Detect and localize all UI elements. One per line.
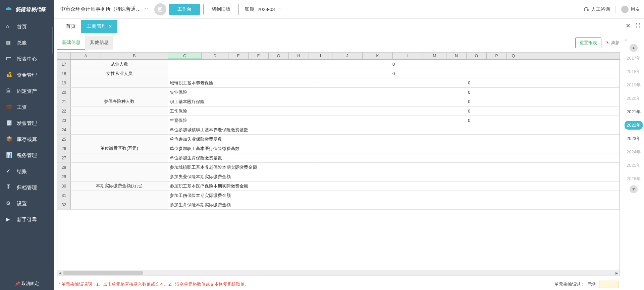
cell-value[interactable] <box>319 191 620 200</box>
cell-description[interactable]: 参加城镇职工基本养老保险本期实际缴费金额 <box>168 163 319 172</box>
cell-description[interactable]: 失业保险 <box>168 88 319 97</box>
row-category[interactable] <box>71 191 168 200</box>
grid-body[interactable]: 17从业人数018女性从业人员019城镇职工基本养老保险020失业保险021参保… <box>57 60 620 270</box>
row-header[interactable]: 20 <box>57 88 71 97</box>
row-category[interactable]: 本期实际缴费金额(万元) <box>71 182 168 191</box>
cell-value[interactable]: 0 <box>319 97 620 106</box>
cell-value[interactable] <box>319 153 620 162</box>
row-header[interactable]: 22 <box>57 106 71 116</box>
support-link[interactable]: 人工咨询 <box>583 6 610 12</box>
row-header[interactable]: 21 <box>57 97 71 106</box>
cell-value[interactable] <box>319 125 620 134</box>
row-header[interactable]: 26 <box>57 144 71 153</box>
cell-value[interactable] <box>319 182 620 191</box>
row-header[interactable]: 28 <box>57 163 71 172</box>
refresh-button[interactable]: ↻ 刷新 <box>606 40 620 46</box>
sidebar-item-1[interactable]: ▦总账 <box>0 35 54 51</box>
row-header[interactable]: 31 <box>57 191 71 200</box>
row-category[interactable] <box>71 78 168 87</box>
row-category[interactable]: 女性从业人员 <box>71 69 168 78</box>
year-option[interactable]: 2017年 <box>625 54 643 63</box>
sidebar-item-11[interactable]: ⚙设置 <box>0 196 54 212</box>
cell-value[interactable]: 0 <box>168 69 620 78</box>
row-category[interactable] <box>71 106 168 116</box>
year-option[interactable]: 2020年 <box>625 94 643 103</box>
year-option[interactable]: 2026年 <box>625 174 643 183</box>
cell-description[interactable]: 工伤保险 <box>168 106 319 116</box>
fullscreen-button[interactable] <box>635 23 641 29</box>
sidebar-item-7[interactable]: 📦库存核算 <box>0 131 54 147</box>
row-category[interactable] <box>71 116 168 125</box>
year-option[interactable]: 2024年 <box>625 148 643 156</box>
row-category[interactable] <box>71 125 168 134</box>
col-header-I[interactable]: I <box>309 53 332 59</box>
col-header-M[interactable]: M <box>423 53 446 59</box>
year-option[interactable]: 2022年 <box>625 121 643 130</box>
cell-description[interactable]: 参加职工基本医疗保险本期实际缴费金额 <box>168 182 319 191</box>
scroll-left-arrow[interactable]: ◄ <box>57 270 63 276</box>
scroll-right-arrow[interactable]: ► <box>614 270 620 276</box>
cell-description[interactable]: 单位参加生育保险缴费基数 <box>168 153 319 162</box>
row-category[interactable] <box>71 88 168 97</box>
sub-tab-0[interactable]: 基础信息 <box>57 36 85 50</box>
sidebar-item-3[interactable]: 💰资金管理 <box>0 67 54 83</box>
cell-description[interactable]: 单位参加职工基本医疗保险缴费基数 <box>168 144 319 153</box>
row-header[interactable]: 29 <box>57 172 71 181</box>
sidebar-item-9[interactable]: ✔结账 <box>0 163 54 179</box>
old-version-button[interactable]: 切到旧版 <box>203 4 239 15</box>
cell-value[interactable] <box>319 172 620 181</box>
col-header-K[interactable]: K <box>363 53 393 59</box>
row-category[interactable] <box>71 200 168 209</box>
row-header[interactable]: 19 <box>57 78 71 87</box>
row-header[interactable]: 25 <box>57 135 71 144</box>
close-all-tabs-button[interactable]: ✕ <box>626 22 631 29</box>
sidebar-item-5[interactable]: 💼工资 <box>0 99 54 115</box>
user-menu[interactable]: 用友 <box>621 6 640 13</box>
cell-description[interactable]: 单位参加城镇职工基本养老保险缴费基数 <box>168 125 319 134</box>
col-header-B[interactable]: B <box>101 53 168 59</box>
cell-description[interactable]: 职工基本医疗保险 <box>168 97 319 106</box>
cell-description[interactable]: 参加工伤保险本期实际缴费金额 <box>168 191 319 200</box>
col-header-P[interactable]: P <box>487 53 507 59</box>
cell-description[interactable]: 生育保险 <box>168 116 319 125</box>
col-header-E[interactable]: E <box>228 53 249 59</box>
cell-value[interactable] <box>319 163 620 172</box>
col-header-O[interactable]: O <box>467 53 487 59</box>
sidebar-item-0[interactable]: ⌂首页 <box>0 19 54 35</box>
reset-report-button[interactable]: 重置报表 <box>575 38 601 48</box>
year-option[interactable]: 2019年 <box>625 81 643 89</box>
cell-value[interactable]: 0 <box>319 78 620 87</box>
page-tab-0[interactable]: 首页 <box>60 20 81 33</box>
row-category[interactable]: 参保各险种人数 <box>71 97 168 106</box>
row-header[interactable]: 23 <box>57 116 71 125</box>
row-header[interactable]: 27 <box>57 153 71 162</box>
year-option[interactable]: 2025年 <box>625 161 643 170</box>
year-option[interactable]: 2018年 <box>625 67 643 76</box>
sidebar-item-4[interactable]: 🏛固定资产 <box>0 83 54 99</box>
year-up-arrow[interactable]: ▲ <box>630 44 638 52</box>
cell-description[interactable]: 单位参加失业保险缴费基数 <box>168 135 319 144</box>
sidebar-item-10[interactable]: 🗄归档管理 <box>0 179 54 196</box>
col-header-N[interactable]: N <box>446 53 467 59</box>
cell-value[interactable] <box>319 144 620 153</box>
row-category[interactable]: 单位缴费基数(万元) <box>71 144 168 153</box>
sidebar-item-6[interactable]: 🧾发票管理 <box>0 115 54 131</box>
cell-value[interactable]: 0 <box>319 116 620 125</box>
cell-description[interactable]: 参加生育保险本期实际缴费金额 <box>168 200 319 209</box>
cell-value[interactable]: 0 <box>319 106 620 116</box>
col-header-A[interactable]: A <box>71 53 101 59</box>
row-category[interactable] <box>71 163 168 172</box>
row-category[interactable] <box>71 172 168 181</box>
year-collapse-icon[interactable]: « <box>625 37 627 42</box>
col-header-L[interactable]: L <box>393 53 423 59</box>
workbench-button[interactable]: 工作台 <box>169 4 200 15</box>
col-header-F[interactable]: F <box>249 53 269 59</box>
row-category[interactable] <box>71 135 168 144</box>
col-header-J[interactable]: J <box>332 53 363 59</box>
sub-tab-1[interactable]: 其他信息 <box>85 36 113 50</box>
sidebar-item-2[interactable]: ⫍报表中心 <box>0 51 54 67</box>
row-category[interactable]: 从业人数 <box>71 60 168 69</box>
year-option[interactable]: 2021年 <box>625 107 643 116</box>
col-header-D[interactable]: D <box>202 53 228 59</box>
row-header[interactable]: 18 <box>57 69 71 78</box>
